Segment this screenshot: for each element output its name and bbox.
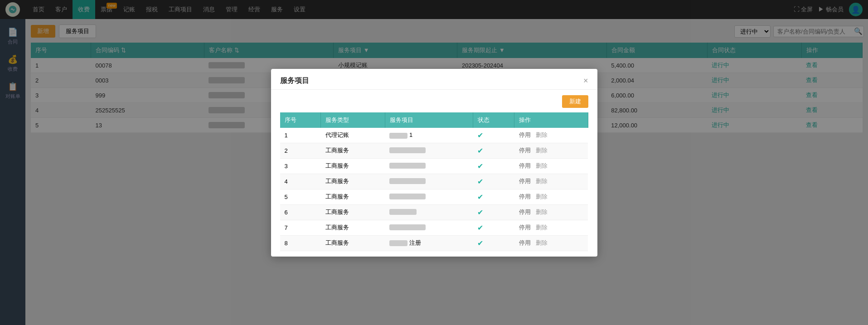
dialog-table-row: 7 工商服务 ✔ 停用 删除 [280,220,588,235]
dialog-col-type: 服务类型 [321,112,385,128]
dialog-col-no: 序号 [280,112,321,128]
stop-button[interactable]: 停用 [519,147,531,154]
dialog-col-item: 服务项目 [385,112,473,128]
dialog-new-button[interactable]: 新建 [562,95,588,108]
stop-button[interactable]: 停用 [519,209,531,215]
dialog-cell-no: 8 [280,235,321,251]
dialog-cell-action[interactable]: 停用 删除 [514,158,588,174]
stop-button[interactable]: 停用 [519,224,531,231]
status-check-icon: ✔ [477,239,483,247]
stop-button[interactable]: 停用 [519,193,531,200]
delete-button[interactable]: 删除 [536,178,548,184]
dialog-cell-item: 1 [385,128,473,143]
dialog-cell-type: 工商服务 [321,235,385,251]
dialog-toolbar: 新建 [280,95,588,108]
dialog-col-action: 操作 [514,112,588,128]
service-items-dialog: 服务项目 × 新建 序号 服务类型 服务项目 状态 操作 [271,69,597,257]
dialog-cell-item [385,220,473,235]
dialog-cell-type: 工商服务 [321,220,385,235]
delete-button[interactable]: 删除 [536,131,548,138]
dialog-cell-status: ✔ [473,220,514,235]
dialog-cell-no: 6 [280,204,321,220]
stop-button[interactable]: 停用 [519,239,531,246]
dialog-cell-status: ✔ [473,204,514,220]
dialog-cell-no: 3 [280,158,321,174]
dialog-header: 服务项目 × [271,69,597,90]
dialog-table-row: 5 工商服务 ✔ 停用 删除 [280,189,588,204]
dialog-table-row: 8 工商服务 注册 ✔ 停用 删除 [280,235,588,251]
dialog-table-row: 3 工商服务 ✔ 停用 删除 [280,158,588,174]
status-check-icon: ✔ [477,131,483,139]
delete-button[interactable]: 删除 [536,224,548,231]
stop-button[interactable]: 停用 [519,178,531,184]
stop-button[interactable]: 停用 [519,162,531,169]
dialog-cell-no: 1 [280,128,321,143]
dialog-cell-action[interactable]: 停用 删除 [514,174,588,189]
dialog-col-status: 状态 [473,112,514,128]
dialog-cell-no: 4 [280,174,321,189]
dialog-title: 服务项目 [280,76,309,86]
dialog-close-button[interactable]: × [583,76,588,86]
dialog-cell-action[interactable]: 停用 删除 [514,143,588,158]
dialog-cell-status: ✔ [473,189,514,204]
dialog-cell-type: 工商服务 [321,189,385,204]
dialog-table-row: 4 工商服务 ✔ 停用 删除 [280,174,588,189]
dialog-cell-status: ✔ [473,143,514,158]
status-check-icon: ✔ [477,224,483,232]
service-items-table: 序号 服务类型 服务项目 状态 操作 1 代理记账 1 ✔ 停用 删除 2 工商… [280,112,588,251]
dialog-cell-action[interactable]: 停用 删除 [514,204,588,220]
dialog-cell-type: 工商服务 [321,174,385,189]
stop-button[interactable]: 停用 [519,131,531,138]
dialog-cell-no: 2 [280,143,321,158]
delete-button[interactable]: 删除 [536,162,548,169]
dialog-table-row: 2 工商服务 ✔ 停用 删除 [280,143,588,158]
dialog-cell-status: ✔ [473,128,514,143]
dialog-cell-item [385,189,473,204]
dialog-cell-item: 注册 [385,235,473,251]
dialog-cell-no: 7 [280,220,321,235]
status-check-icon: ✔ [477,209,483,216]
dialog-cell-action[interactable]: 停用 删除 [514,189,588,204]
status-check-icon: ✔ [477,193,483,201]
delete-button[interactable]: 删除 [536,193,548,200]
status-check-icon: ✔ [477,147,483,155]
dialog-cell-type: 代理记账 [321,128,385,143]
status-check-icon: ✔ [477,178,483,185]
dialog-cell-status: ✔ [473,235,514,251]
dialog-table-row: 1 代理记账 1 ✔ 停用 删除 [280,128,588,143]
dialog-cell-item [385,174,473,189]
delete-button[interactable]: 删除 [536,147,548,154]
delete-button[interactable]: 删除 [536,209,548,215]
dialog-overlay: 服务项目 × 新建 序号 服务类型 服务项目 状态 操作 [0,0,868,325]
dialog-cell-type: 工商服务 [321,204,385,220]
dialog-cell-action[interactable]: 停用 删除 [514,220,588,235]
dialog-cell-item [385,143,473,158]
dialog-body: 新建 序号 服务类型 服务项目 状态 操作 1 代理记账 [271,90,597,257]
dialog-table-wrap: 序号 服务类型 服务项目 状态 操作 1 代理记账 1 ✔ 停用 删除 2 工商… [280,112,588,251]
dialog-cell-status: ✔ [473,174,514,189]
dialog-cell-type: 工商服务 [321,143,385,158]
dialog-cell-no: 5 [280,189,321,204]
delete-button[interactable]: 删除 [536,239,548,246]
status-check-icon: ✔ [477,162,483,170]
dialog-cell-item [385,158,473,174]
dialog-cell-type: 工商服务 [321,158,385,174]
dialog-cell-status: ✔ [473,158,514,174]
dialog-cell-action[interactable]: 停用 删除 [514,128,588,143]
dialog-cell-item [385,204,473,220]
dialog-cell-action[interactable]: 停用 删除 [514,235,588,251]
dialog-table-row: 6 工商服务 ✔ 停用 删除 [280,204,588,220]
